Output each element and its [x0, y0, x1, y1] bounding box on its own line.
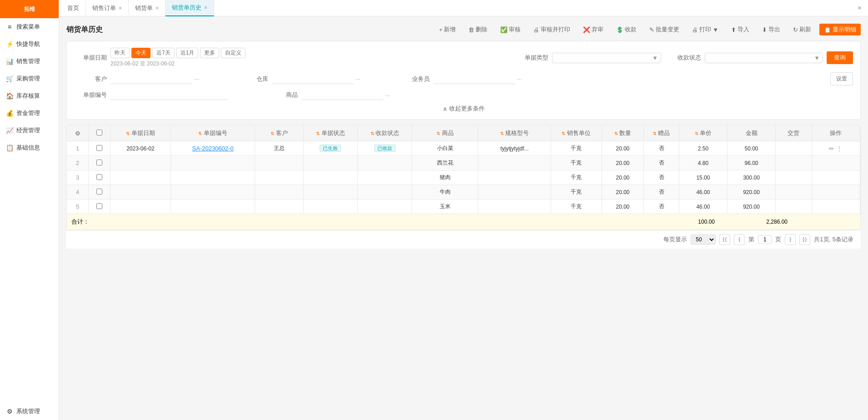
edit-action-btn[interactable]: ✏	[828, 145, 835, 152]
goods-input[interactable]	[301, 90, 383, 100]
sidebar-item-purchase[interactable]: 🛒 采购管理	[0, 70, 59, 87]
doc-num-input[interactable]	[110, 90, 229, 100]
add-label: 新增	[444, 25, 456, 34]
row-checkbox[interactable]	[96, 203, 102, 209]
next-page-btn[interactable]: ⟩	[785, 234, 796, 245]
date-btn-more[interactable]: 更多	[200, 48, 219, 58]
col-settings-header[interactable]: ⚙	[67, 125, 89, 141]
export-button[interactable]: ⬇ 导出	[758, 24, 785, 35]
sidebar-item-finance[interactable]: 💰 资金管理	[0, 105, 59, 122]
doc-type-select[interactable]: ▼	[552, 53, 661, 63]
summary-label: 合计：	[71, 218, 89, 226]
last-page-btn[interactable]: ⟩⟩	[799, 234, 810, 245]
date-btn-yesterday[interactable]: 昨天	[110, 48, 130, 58]
date-btn-custom[interactable]: 自定义	[221, 48, 246, 58]
tab-home[interactable]: 首页	[61, 0, 86, 16]
row-check-cell[interactable]	[89, 156, 110, 170]
select-all-checkbox[interactable]	[96, 130, 102, 135]
tab-sales-history[interactable]: 销货单历史 ×	[166, 0, 214, 16]
salesman-input[interactable]	[433, 74, 515, 84]
audit-print-button[interactable]: 🖨 审核并打印	[529, 24, 575, 35]
warehouse-label: 仓库	[236, 75, 272, 83]
sidebar-item-system[interactable]: ⚙ 系统管理	[0, 403, 59, 420]
tab-sales-goods-close[interactable]: ×	[156, 5, 159, 11]
date-label: 单据日期	[74, 54, 110, 62]
finance-icon: 💰	[5, 110, 14, 117]
query-button[interactable]: 查询	[827, 51, 853, 64]
print-button[interactable]: 🖨 打印 ▼	[687, 24, 723, 35]
warehouse-dots[interactable]: ···	[356, 75, 361, 82]
sidebar-item-quick-nav[interactable]: ⚡ 快捷导航	[0, 35, 59, 53]
row-pay-cell	[358, 170, 412, 185]
salesman-dots[interactable]: ···	[517, 75, 522, 82]
date-btn-today[interactable]: 今天	[131, 48, 151, 58]
row-trade-cell	[776, 141, 812, 156]
prev-page-btn[interactable]: ⟨	[734, 234, 745, 245]
row-amount-cell: 300.00	[727, 170, 775, 185]
row-checkbox[interactable]	[96, 174, 102, 180]
more-action-btn[interactable]: ⋮	[835, 145, 843, 152]
col-customer-header[interactable]: ⇅ 客户	[255, 125, 303, 141]
col-num-header[interactable]: ⇅ 单据编号	[171, 125, 255, 141]
col-price-header[interactable]: ⇅ 单价	[679, 125, 727, 141]
sidebar-item-inventory[interactable]: 🏠 库存核算	[0, 87, 59, 105]
col-goods-header[interactable]: ⇅ 商品	[412, 125, 478, 141]
row-check-cell[interactable]	[89, 170, 110, 185]
refresh-button[interactable]: ↻ 刷新	[788, 24, 816, 35]
pay-status-select[interactable]: ▼	[705, 53, 823, 63]
batch-change-button[interactable]: ✎ 批量变更	[645, 24, 684, 35]
close-all-tabs-btn[interactable]: ×	[853, 4, 866, 12]
col-gift-header[interactable]: ⇅ 赠品	[644, 125, 679, 141]
settings-button[interactable]: 设置	[830, 72, 853, 85]
delete-button[interactable]: 🗑 删除	[464, 24, 492, 35]
col-status-header[interactable]: ⇅ 单据状态	[303, 125, 357, 141]
date-btn-7days[interactable]: 近7天	[152, 48, 175, 58]
col-qty-header[interactable]: ⇅ 数量	[602, 125, 644, 141]
row-check-cell[interactable]	[89, 200, 110, 214]
collapse-button[interactable]: ∧ 收起更多条件	[443, 105, 485, 113]
sidebar-logo: 拓维	[0, 0, 59, 18]
add-button[interactable]: + 新增	[435, 24, 461, 35]
sidebar-item-operations[interactable]: 📈 经营管理	[0, 122, 59, 139]
abandon-button[interactable]: ❌ 弃审	[578, 24, 608, 35]
row-check-cell[interactable]	[89, 141, 110, 156]
row-spec-cell	[478, 156, 551, 170]
doc-num-link[interactable]: SA-20230602-0	[192, 145, 234, 152]
col-spec-header[interactable]: ⇅ 规格型号	[478, 125, 551, 141]
col-pay-header[interactable]: ⇅ 收款状态	[358, 125, 412, 141]
table-row: 2 西兰花 千克 20.00 否 4.80 96.00	[67, 156, 860, 170]
page-input[interactable]	[758, 235, 772, 244]
row-checkbox[interactable]	[96, 189, 102, 195]
customer-dots[interactable]: ···	[194, 75, 199, 82]
tab-sales-order-close[interactable]: ×	[119, 5, 122, 11]
row-checkbox[interactable]	[96, 160, 102, 165]
col-check-header[interactable]	[89, 125, 110, 141]
goods-dots[interactable]: ···	[385, 92, 390, 99]
show-detail-button[interactable]: 📋 显示明细	[819, 24, 861, 35]
add-icon: +	[439, 26, 443, 33]
abandon-label: 弃审	[592, 25, 603, 34]
tab-sales-order[interactable]: 销售订单 ×	[86, 0, 129, 16]
tab-sales-goods-label: 销货单	[135, 4, 153, 12]
first-page-btn[interactable]: ⟨⟨	[719, 234, 730, 245]
tab-sales-history-close[interactable]: ×	[204, 5, 207, 11]
row-checkbox[interactable]	[96, 145, 102, 151]
col-date-header[interactable]: ⇅ 单据日期	[110, 125, 171, 141]
print-dropdown-icon: ▼	[712, 26, 718, 33]
row-price-cell: 4.80	[679, 156, 727, 170]
import-button[interactable]: ⬆ 导入	[727, 24, 754, 35]
sidebar-item-search[interactable]: ≡ 搜索菜单	[0, 18, 59, 35]
row-check-cell[interactable]	[89, 185, 110, 200]
tab-sales-goods[interactable]: 销货单 ×	[129, 0, 166, 16]
col-unit-header[interactable]: ⇅ 销售单位	[551, 125, 602, 141]
audit-button[interactable]: ✅ 审核	[496, 24, 525, 35]
page-size-select[interactable]: 50 100 200	[691, 235, 716, 245]
sidebar-item-basic-info[interactable]: 📋 基础信息	[0, 139, 59, 156]
warehouse-input[interactable]	[272, 74, 354, 84]
customer-input[interactable]	[110, 74, 192, 84]
row-num-link-cell	[171, 200, 255, 214]
collect-button[interactable]: 💲 收款	[612, 24, 641, 35]
date-btn-1month[interactable]: 近1月	[176, 48, 199, 58]
sort-icon: ⇅	[198, 131, 202, 136]
sidebar-item-sales[interactable]: 📊 销售管理	[0, 53, 59, 70]
